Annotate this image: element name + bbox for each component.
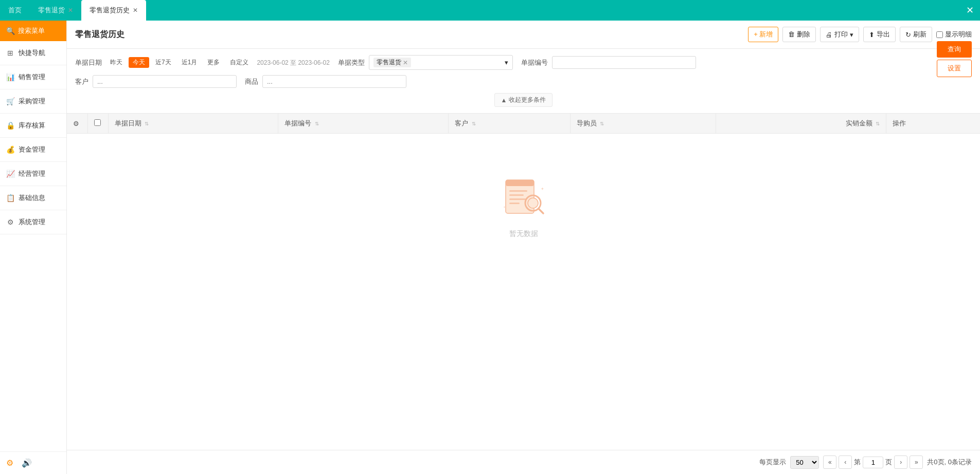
delete-button[interactable]: 🗑 删除 bbox=[782, 27, 816, 42]
sidebar-item-finance[interactable]: 💰 资金管理 bbox=[0, 138, 66, 162]
print-icon: 🖨 bbox=[826, 31, 832, 39]
goods-filter-input[interactable] bbox=[262, 75, 406, 88]
basic-info-icon: 📋 bbox=[6, 194, 14, 202]
print-button[interactable]: 🖨 打印 ▾ bbox=[820, 27, 859, 42]
number-filter-input[interactable] bbox=[552, 56, 696, 69]
sidebar-item-operations[interactable]: 📈 经营管理 bbox=[0, 162, 66, 186]
number-filter-label: 单据编号 bbox=[521, 58, 548, 67]
collapse-row: ▲ 收起更多条件 bbox=[75, 93, 972, 107]
settings-gear-icon[interactable]: ⚙ bbox=[6, 458, 13, 468]
svg-text:✦: ✦ bbox=[503, 206, 506, 209]
operations-icon: 📈 bbox=[6, 170, 14, 178]
th-number[interactable]: 单据编号 ⇅ bbox=[278, 114, 449, 134]
data-table: ⚙ 单据日期 ⇅ 单据编号 ⇅ 客户 bbox=[67, 114, 980, 280]
type-filter-select[interactable]: 零售退货 ✕ ▾ bbox=[369, 55, 513, 70]
sidebar-item-inventory[interactable]: 🔒 库存核算 bbox=[0, 114, 66, 138]
th-guide[interactable]: 导购员 ⇅ bbox=[570, 114, 716, 134]
tab-retail-return-close[interactable]: ✕ bbox=[68, 7, 73, 14]
th-date-label: 单据日期 bbox=[115, 119, 141, 127]
date-btn-custom[interactable]: 自定义 bbox=[226, 57, 253, 68]
next-page-button[interactable]: › bbox=[894, 455, 907, 469]
purchase-mgmt-icon: 🛒 bbox=[6, 97, 14, 105]
sidebar-item-basic-info[interactable]: 📋 基础信息 bbox=[0, 186, 66, 210]
prev-page-button[interactable]: ‹ bbox=[839, 455, 852, 469]
refresh-icon: ↻ bbox=[905, 31, 911, 39]
show-detail-checkbox-label[interactable]: 显示明细 bbox=[936, 30, 972, 39]
sidebar-item-purchase-mgmt-label: 采购管理 bbox=[19, 97, 45, 106]
export-label: 导出 bbox=[877, 30, 890, 39]
th-ops: 操作 bbox=[886, 114, 980, 134]
new-button[interactable]: + 新增 bbox=[748, 27, 778, 42]
query-setting-overlay: 查询 设置 bbox=[937, 41, 972, 77]
type-tag-close[interactable]: ✕ bbox=[403, 59, 408, 66]
type-select-chevron-icon: ▾ bbox=[505, 59, 508, 66]
date-shortcuts: 昨天 今天 近7天 近1月 更多 自定义 bbox=[106, 57, 253, 68]
sidebar-item-sales-mgmt[interactable]: 📊 销售管理 bbox=[0, 65, 66, 89]
sidebar-item-system-mgmt-label: 系统管理 bbox=[19, 217, 45, 227]
date-btn-today[interactable]: 今天 bbox=[129, 57, 149, 68]
window-close-button[interactable]: ✕ bbox=[966, 5, 974, 16]
filter-date: 单据日期 昨天 今天 近7天 近1月 更多 自定义 2023-06-02 至 2… bbox=[75, 57, 330, 68]
tab-retail-return-history[interactable]: 零售退货历史 ✕ bbox=[81, 0, 146, 21]
filter-number: 单据编号 bbox=[521, 56, 696, 69]
finance-icon: 💰 bbox=[6, 145, 14, 154]
date-btn-more[interactable]: 更多 bbox=[203, 57, 224, 68]
tab-retail-return-history-close[interactable]: ✕ bbox=[133, 7, 138, 14]
show-detail-label: 显示明细 bbox=[945, 30, 972, 39]
th-customer-sort-icon: ⇅ bbox=[472, 121, 476, 126]
table-header-row: ⚙ 单据日期 ⇅ 单据编号 ⇅ 客户 bbox=[67, 114, 980, 134]
customer-filter-input[interactable] bbox=[93, 75, 237, 88]
filter-area: 单据日期 昨天 今天 近7天 近1月 更多 自定义 2023-06-02 至 2… bbox=[67, 49, 980, 114]
date-btn-1month[interactable]: 近1月 bbox=[177, 57, 202, 68]
filter-row-2: 客户 商品 bbox=[75, 75, 972, 88]
sidebar-item-quick-nav[interactable]: ⊞ 快捷导航 bbox=[0, 41, 66, 65]
th-amount-sort-icon: ⇅ bbox=[876, 121, 880, 126]
main-layout: 🔍 搜索菜单 ⊞ 快捷导航 📊 销售管理 🛒 采购管理 🔒 库存核算 💰 资金管… bbox=[0, 21, 980, 474]
sidebar-bottom: ⚙ 🔊 bbox=[0, 451, 66, 474]
sidebar-item-purchase-mgmt[interactable]: 🛒 采购管理 bbox=[0, 89, 66, 114]
top-tab-bar: 首页 零售退货 ✕ 零售退货历史 ✕ ✕ bbox=[0, 0, 980, 21]
page-number-input[interactable] bbox=[863, 457, 883, 468]
page-label: 第 bbox=[854, 458, 861, 467]
collapse-button[interactable]: ▲ 收起更多条件 bbox=[494, 93, 553, 107]
date-btn-7days[interactable]: 近7天 bbox=[151, 57, 175, 68]
tab-retail-return-history-label: 零售退货历史 bbox=[90, 6, 130, 15]
th-date[interactable]: 单据日期 ⇅ bbox=[108, 114, 278, 134]
system-mgmt-icon: ⚙ bbox=[6, 218, 14, 226]
collapse-icon: ▲ bbox=[501, 97, 507, 104]
tab-retail-return[interactable]: 零售退货 ✕ bbox=[30, 0, 81, 21]
page-unit: 页 bbox=[885, 458, 892, 467]
setting-button[interactable]: 设置 bbox=[937, 60, 972, 77]
sidebar-item-system-mgmt[interactable]: ⚙ 系统管理 bbox=[0, 210, 66, 234]
goods-filter-label: 商品 bbox=[245, 77, 258, 86]
header-actions: + 新增 🗑 删除 🖨 打印 ▾ ⬆ 导出 ↻ 刷新 显示明细 bbox=[748, 27, 972, 42]
per-page-select[interactable]: 20 50 100 bbox=[790, 456, 819, 469]
th-settings[interactable]: ⚙ bbox=[67, 114, 87, 134]
first-page-button[interactable]: « bbox=[823, 455, 836, 469]
th-customer[interactable]: 客户 ⇅ bbox=[448, 114, 570, 134]
refresh-label: 刷新 bbox=[913, 30, 926, 39]
svg-rect-4 bbox=[509, 198, 526, 200]
th-number-sort-icon: ⇅ bbox=[315, 121, 319, 126]
query-button[interactable]: 查询 bbox=[937, 41, 972, 58]
type-tag-value: 零售退货 bbox=[377, 58, 401, 67]
date-btn-yesterday[interactable]: 昨天 bbox=[106, 57, 127, 68]
collapse-label: 收起更多条件 bbox=[509, 96, 546, 104]
th-amount[interactable]: 实销金额 ⇅ bbox=[716, 114, 886, 134]
select-all-checkbox[interactable] bbox=[94, 119, 101, 126]
filter-goods: 商品 bbox=[245, 75, 406, 88]
export-button[interactable]: ⬆ 导出 bbox=[863, 27, 896, 42]
sidebar-item-quick-nav-label: 快捷导航 bbox=[19, 48, 45, 58]
refresh-button[interactable]: ↻ 刷新 bbox=[900, 27, 932, 42]
show-detail-checkbox[interactable] bbox=[936, 31, 943, 38]
tab-home[interactable]: 首页 bbox=[0, 0, 30, 21]
last-page-button[interactable]: » bbox=[910, 455, 923, 469]
filter-customer: 客户 bbox=[75, 75, 237, 88]
th-checkbox[interactable] bbox=[87, 114, 108, 134]
sidebar-search[interactable]: 🔍 搜索菜单 bbox=[0, 21, 66, 41]
sound-icon[interactable]: 🔊 bbox=[22, 458, 32, 468]
th-date-sort-icon: ⇅ bbox=[145, 121, 149, 126]
page-nav: « ‹ 第 页 › » bbox=[823, 455, 923, 469]
th-ops-label: 操作 bbox=[893, 119, 906, 127]
filter-type: 单据类型 零售退货 ✕ ▾ bbox=[338, 55, 513, 70]
